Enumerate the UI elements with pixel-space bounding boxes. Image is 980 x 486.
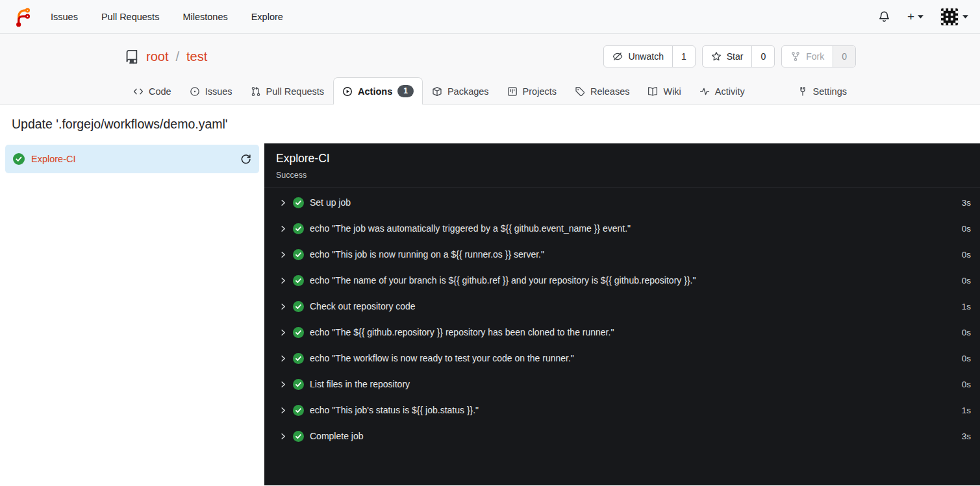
step-row[interactable]: echo "The job was automatically triggere… <box>264 215 980 241</box>
step-duration: 1s <box>962 406 971 415</box>
tab-actions[interactable]: Actions 1 <box>333 77 423 104</box>
check-circle-icon <box>293 353 304 364</box>
fork-button[interactable]: Fork 0 <box>781 45 856 67</box>
tools-icon <box>798 86 808 97</box>
step-row[interactable]: echo "The workflow is now ready to test … <box>264 345 980 371</box>
step-row[interactable]: echo "This job's status is ${{ job.statu… <box>264 397 980 423</box>
step-duration: 0s <box>962 250 971 260</box>
step-name: echo "The ${{ github.repository }} repos… <box>310 327 956 337</box>
check-circle-icon <box>293 301 304 312</box>
forgejo-logo[interactable] <box>12 6 32 27</box>
stars-count[interactable]: 0 <box>751 46 774 67</box>
step-row[interactable]: Complete job 3s <box>264 423 980 449</box>
job-name: Explore-CI <box>31 154 234 164</box>
chevron-right-icon <box>279 302 287 311</box>
check-circle-icon <box>293 431 304 442</box>
tab-pull-requests[interactable]: Pull Requests <box>242 77 333 104</box>
step-duration: 0s <box>962 328 971 337</box>
step-row[interactable]: Check out repository code 1s <box>264 293 980 319</box>
actions-count-badge: 1 <box>397 85 414 97</box>
step-row[interactable]: echo "The ${{ github.repository }} repos… <box>264 319 980 345</box>
chevron-right-icon <box>279 328 287 337</box>
fork-label: Fork <box>806 51 824 62</box>
notifications-bell-icon[interactable] <box>878 10 890 23</box>
tab-releases[interactable]: Releases <box>566 77 638 104</box>
tab-settings[interactable]: Settings <box>788 77 856 104</box>
step-row[interactable]: List files in the repository 0s <box>264 371 980 397</box>
check-circle-icon <box>293 275 304 286</box>
step-name: Set up job <box>310 197 956 208</box>
step-duration: 0s <box>962 380 971 389</box>
chevron-right-icon <box>279 380 287 389</box>
unwatch-label: Unwatch <box>628 51 663 62</box>
repo-header: root / test Unwatch 1 <box>0 34 980 104</box>
step-duration: 1s <box>962 302 971 311</box>
forks-count[interactable]: 0 <box>833 46 855 67</box>
book-open-icon <box>647 86 658 97</box>
step-name: echo "The name of your branch is ${{ git… <box>310 275 956 286</box>
step-row[interactable]: Set up job 3s <box>264 189 980 215</box>
nav-issues[interactable]: Issues <box>51 12 78 22</box>
chevron-right-icon <box>279 432 287 441</box>
code-icon <box>133 86 144 97</box>
step-duration: 0s <box>962 224 971 234</box>
step-name: echo "This job's status is ${{ job.statu… <box>310 405 956 415</box>
refresh-icon[interactable] <box>240 154 251 165</box>
job-log-panel: Explore-CI Success Set up job 3s echo "T… <box>264 143 980 485</box>
package-icon <box>432 86 442 97</box>
pull-request-icon <box>251 86 261 97</box>
play-circle-icon <box>342 86 353 97</box>
step-duration: 3s <box>962 431 971 441</box>
check-circle-icon <box>293 197 304 208</box>
eye-slash-icon <box>612 51 623 62</box>
step-name: echo "The workflow is now ready to test … <box>310 353 956 363</box>
nav-explore[interactable]: Explore <box>251 12 283 22</box>
check-circle-icon <box>13 153 25 165</box>
avatar-identicon <box>940 8 959 26</box>
job-status-text: Success <box>276 171 968 180</box>
unwatch-button[interactable]: Unwatch 1 <box>603 45 695 67</box>
step-row[interactable]: echo "This job is now running on a ${{ r… <box>264 241 980 267</box>
pulse-icon <box>699 86 710 97</box>
tab-code[interactable]: Code <box>124 77 181 104</box>
chevron-right-icon <box>279 406 287 415</box>
job-log-title: Explore-CI <box>276 152 968 165</box>
nav-pull-requests[interactable]: Pull Requests <box>101 12 159 22</box>
navbar-right: + <box>878 8 968 26</box>
repo-name-link[interactable]: test <box>186 49 207 64</box>
issue-circle-icon <box>190 86 200 97</box>
chevron-right-icon <box>279 276 287 285</box>
step-name: echo "The job was automatically triggere… <box>310 223 956 234</box>
check-circle-icon <box>293 405 304 416</box>
chevron-down-icon <box>918 15 923 19</box>
watchers-count[interactable]: 1 <box>672 46 695 67</box>
job-log-header: Explore-CI Success <box>264 143 980 188</box>
job-item-explore-ci[interactable]: Explore-CI <box>5 145 259 173</box>
plus-icon: + <box>907 10 914 23</box>
star-icon <box>711 51 722 62</box>
star-button[interactable]: Star 0 <box>702 45 775 67</box>
chevron-right-icon <box>279 225 287 233</box>
jobs-sidebar: Explore-CI <box>0 143 264 485</box>
job-steps-list: Set up job 3s echo "The job was automati… <box>264 188 980 449</box>
step-name: echo "This job is now running on a ${{ r… <box>310 249 956 260</box>
user-menu[interactable] <box>940 8 968 26</box>
step-duration: 0s <box>962 276 971 286</box>
chevron-right-icon <box>279 250 287 259</box>
check-circle-icon <box>293 327 304 338</box>
tab-activity[interactable]: Activity <box>690 77 754 104</box>
create-new-button[interactable]: + <box>907 10 923 23</box>
step-row[interactable]: echo "The name of your branch is ${{ git… <box>264 267 980 293</box>
check-circle-icon <box>293 223 304 234</box>
tab-wiki[interactable]: Wiki <box>638 77 690 104</box>
step-duration: 3s <box>962 198 971 208</box>
workflow-run-title: Update '.forgejo/workflows/demo.yaml' <box>0 104 980 143</box>
tab-projects[interactable]: Projects <box>498 77 566 104</box>
tab-issues[interactable]: Issues <box>181 77 242 104</box>
check-circle-icon <box>293 249 304 260</box>
tab-packages[interactable]: Packages <box>423 77 498 104</box>
nav-milestones[interactable]: Milestones <box>182 12 227 22</box>
repo-tabbar: Code Issues Pull Requests Actions 1 Pack… <box>124 77 856 104</box>
repo-title: root / test <box>124 49 207 65</box>
repo-owner-link[interactable]: root <box>146 49 168 64</box>
